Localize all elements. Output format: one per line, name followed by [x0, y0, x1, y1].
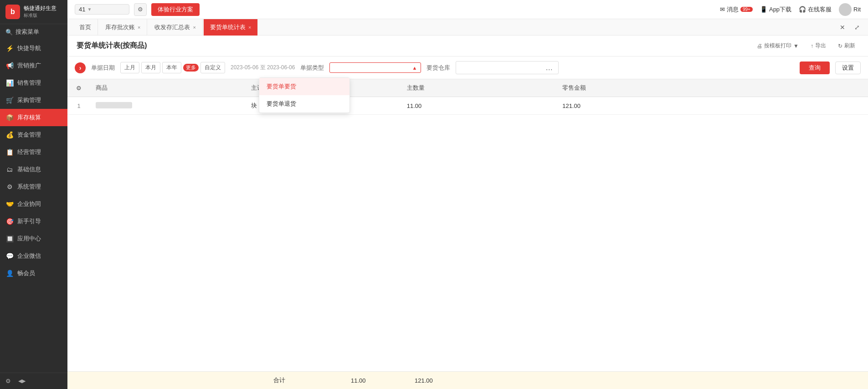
filter-bar: › 单据日期 上月 本月 本年 更多 自定义 2023-05-06 至 2023… — [67, 56, 868, 79]
nav-icon-quick-nav: ⚡ — [5, 44, 14, 52]
nav-icon-sales: 📊 — [5, 79, 14, 87]
filter-toggle-button[interactable]: › — [75, 62, 86, 73]
table-header-row: ⚙ 商品 主计量单位 主数量 零售金额 — [67, 79, 868, 97]
logo-area: b 畅捷通好生意 标准版 — [0, 0, 67, 24]
col-qty: 主数量 — [401, 79, 557, 97]
tab-requisition-stats[interactable]: 要货单统计表 × — [204, 19, 258, 36]
sidebar-item-member[interactable]: 👤畅会员 — [0, 265, 67, 282]
nav-icon-purchase: 🛒 — [5, 96, 14, 104]
messages-badge: 99+ — [740, 7, 753, 12]
content-area: 要货单统计表(按商品) 🖨 按模板打印 ▼ ↑ 导出 ↻ 刷新 › — [67, 36, 868, 389]
nav-label-app-center: 应用中心 — [17, 235, 41, 243]
sidebar-item-app-center[interactable]: 🔲应用中心 — [0, 230, 67, 247]
page-title: 要货单统计表(按商品) — [77, 41, 147, 55]
sidebar-item-operation[interactable]: 📋经营管理 — [0, 143, 67, 161]
nav-label-marketing: 营销推广 — [17, 61, 41, 70]
tabs-bar: 首页库存批次账 ×收发存汇总表 ×要货单统计表 × ✕ ⤢ — [67, 19, 868, 36]
product-blurred — [96, 102, 132, 108]
dropdown-item-return[interactable]: 要货单退货 — [259, 95, 349, 113]
this-year-button[interactable]: 本年 — [162, 62, 181, 73]
sidebar-item-basic[interactable]: 🗂基础信息 — [0, 161, 67, 178]
sidebar-item-wechat-biz[interactable]: 💬企业微信 — [0, 247, 67, 265]
date-label: 单据日期 — [91, 64, 115, 72]
export-button[interactable]: ↑ 导出 — [807, 40, 830, 51]
nav-label-member: 畅会员 — [17, 269, 35, 277]
user-avatar — [839, 3, 852, 16]
user-area[interactable]: Rit — [839, 3, 861, 16]
warehouse-input[interactable] — [460, 63, 544, 72]
tab-label-batch-account: 库存批次账 — [105, 23, 135, 31]
dropdown-item-order[interactable]: 要货单要货 — [259, 78, 349, 95]
sidebar-item-inventory[interactable]: 📦库存核算 — [0, 109, 67, 126]
type-dropdown: 要货单要货 要货单退货 — [259, 77, 350, 113]
sidebar-item-guide[interactable]: 🎯新手引导 — [0, 213, 67, 230]
app-download-button[interactable]: 📱 App下载 — [760, 5, 791, 14]
refresh-button[interactable]: ↻ 刷新 — [834, 40, 859, 51]
nav-icon-marketing: 📢 — [5, 61, 14, 70]
tab-close-button[interactable]: ✕ — [837, 22, 848, 33]
tab-close-batch-account[interactable]: × — [138, 25, 140, 30]
table-footer: 合计 11.00 121.00 — [67, 371, 868, 389]
logo-icon: b — [5, 5, 20, 19]
search-icon: 🔍 — [5, 29, 13, 36]
messages-button[interactable]: ✉ 消息 99+ — [720, 5, 753, 14]
type-input[interactable] — [334, 64, 410, 71]
sidebar-item-finance[interactable]: 💰资金管理 — [0, 126, 67, 143]
col-settings[interactable]: ⚙ — [67, 79, 90, 97]
refresh-label: 刷新 — [844, 42, 855, 50]
print-button[interactable]: 🖨 按模板打印 ▼ — [753, 40, 802, 51]
sidebar-search[interactable]: 🔍 搜索菜单 — [0, 24, 67, 40]
page-actions: 🖨 按模板打印 ▼ ↑ 导出 ↻ 刷新 — [753, 40, 859, 56]
row-amount: 121.00 — [557, 97, 712, 115]
sidebar-item-marketing[interactable]: 📢营销推广 — [0, 57, 67, 74]
last-month-button[interactable]: 上月 — [120, 62, 139, 73]
store-selector[interactable]: 41 ▼ — [75, 4, 129, 15]
online-support-button[interactable]: 🎧 在线客服 — [799, 5, 832, 14]
query-button[interactable]: 查询 — [800, 61, 830, 74]
nav-label-quick-nav: 快捷导航 — [17, 44, 41, 52]
this-month-button[interactable]: 本月 — [141, 62, 160, 73]
tab-home[interactable]: 首页 — [73, 19, 98, 36]
date-display: 2023-05-06 至 2023-06-06 — [231, 64, 295, 72]
logo-text: 畅捷通好生意 — [24, 5, 56, 12]
row-qty: 11.00 — [401, 97, 557, 115]
tab-receive-summary[interactable]: 收发存汇总表 × — [148, 19, 202, 36]
footer-amount: 121.00 — [415, 377, 433, 384]
logo-text-area: 畅捷通好生意 标准版 — [24, 5, 56, 19]
sidebar-item-enterprise[interactable]: 🤝企业协同 — [0, 195, 67, 213]
settings-icon[interactable]: ⚙ — [5, 378, 11, 384]
type-select[interactable]: ▲ — [329, 62, 421, 73]
footer-total-label: 合计 — [273, 376, 337, 384]
collapse-icon[interactable]: ◀▶ — [18, 378, 26, 384]
col-product: 商品 — [90, 79, 246, 97]
type-dropdown-arrow-icon: ▲ — [412, 65, 417, 71]
date-more-badge[interactable]: 更多 — [183, 64, 199, 72]
tab-expand-button[interactable]: ⤢ — [852, 22, 863, 33]
nav-label-operation: 经营管理 — [17, 148, 41, 156]
tab-close-receive-summary[interactable]: × — [193, 25, 195, 30]
nav-icon-app-center: 🔲 — [5, 235, 14, 243]
tab-close-requisition-stats[interactable]: × — [248, 25, 251, 30]
nav-label-wechat-biz: 企业微信 — [17, 252, 41, 260]
row-product — [90, 97, 246, 115]
date-range-buttons: 上月 本月 本年 更多 自定义 — [120, 62, 225, 73]
tab-batch-account[interactable]: 库存批次账 × — [99, 19, 147, 36]
sidebar-item-purchase[interactable]: 🛒采购管理 — [0, 92, 67, 109]
tab-label-requisition-stats: 要货单统计表 — [210, 23, 246, 31]
date-custom-button[interactable]: 自定义 — [200, 62, 225, 73]
warehouse-more-button[interactable]: … — [544, 64, 555, 72]
table-area: ⚙ 商品 主计量单位 主数量 零售金额 1 块 — [67, 79, 868, 371]
setup-button[interactable]: 设置 — [835, 61, 861, 74]
sidebar: b 畅捷通好生意 标准版 🔍 搜索菜单 ⚡快捷导航📢营销推广📊销售管理🛒采购管理… — [0, 0, 67, 389]
topbar-settings-button[interactable]: ⚙ — [134, 3, 147, 16]
user-name: Rit — [853, 6, 861, 13]
sidebar-item-sales[interactable]: 📊销售管理 — [0, 74, 67, 92]
nav-label-basic: 基础信息 — [17, 165, 41, 174]
sidebar-item-quick-nav[interactable]: ⚡快捷导航 — [0, 40, 67, 57]
sidebar-item-system[interactable]: ⚙系统管理 — [0, 178, 67, 195]
nav-label-enterprise: 企业协同 — [17, 200, 41, 208]
online-support-label: 在线客服 — [808, 5, 832, 14]
trial-button[interactable]: 体验行业方案 — [151, 3, 200, 16]
tabs-right-actions: ✕ ⤢ — [837, 22, 863, 33]
top-bar: 41 ▼ ⚙ 体验行业方案 ✉ 消息 99+ 📱 App下载 🎧 在线客服 R — [67, 0, 868, 19]
